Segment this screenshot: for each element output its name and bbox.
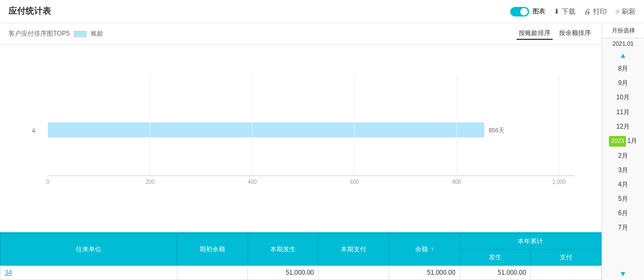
chart-toggle-label: 图表 (533, 7, 545, 16)
month-item[interactable]: 5月 (602, 192, 644, 206)
month-label: 6月 (618, 209, 628, 217)
laiwai-link[interactable]: 34 (5, 269, 12, 276)
y-axis-label: 34 (32, 128, 35, 134)
th-laiwai: 往来单位 (1, 234, 177, 266)
cell-benqi-fasheng: 51,000.00 (248, 266, 319, 280)
refresh-button[interactable]: ○ 刷新 (615, 7, 636, 16)
chart-sort-buttons: 按账龄排序 按余额排序 (517, 28, 593, 40)
yue-sort-icon[interactable]: ↑ (431, 245, 434, 253)
legend-title: 客户应付排序图TOP5 (8, 29, 70, 38)
month-item[interactable]: 8月 (602, 62, 644, 76)
right-sidebar: 月份选择 2021.01 ▲ 8月9月10月11月12月20231月2月3月4月… (602, 23, 644, 280)
year-badge: 2023 (609, 136, 626, 147)
month-item[interactable]: 9月 (602, 76, 644, 90)
table-container: 往来单位 期初余额 本期发生 本期支付 余额 ↑ 本年累计 (0, 233, 602, 280)
chart-svg: 34 856天 0 200 400 600 800 1,000 (32, 50, 591, 216)
table-body: 34 51,000.00 51,000.00 51,000.00 (1, 266, 602, 280)
chart-section: 客户应付排序图TOP5 账龄 按账龄排序 按余额排序 34 856天 (0, 23, 602, 280)
month-item[interactable]: 7月 (602, 220, 644, 235)
th-qichu: 期初余额 (177, 234, 247, 266)
sort-by-balance-button[interactable]: 按余额排序 (557, 28, 593, 40)
month-label: 9月 (618, 79, 628, 87)
legend-box (74, 31, 87, 37)
sort-by-amount-button[interactable]: 按账龄排序 (517, 28, 553, 40)
month-label: 12月 (616, 123, 630, 130)
svg-text:1,000: 1,000 (552, 179, 565, 185)
svg-text:800: 800 (452, 179, 461, 185)
chart-bar (48, 122, 484, 137)
table-header-row-1: 往来单位 期初余额 本期发生 本期支付 余额 ↑ 本年累计 (1, 234, 602, 250)
svg-text:400: 400 (248, 179, 257, 185)
chart-toggle-wrap: 图表 (510, 7, 545, 16)
main-content: 客户应付排序图TOP5 账龄 按账龄排序 按余额排序 34 856天 (0, 23, 644, 280)
print-icon: 🖨 (584, 7, 591, 15)
cell-bennian-zhifu (530, 266, 601, 280)
month-label: 7月 (618, 224, 628, 231)
chart-topbar: 客户应付排序图TOP5 账龄 按账龄排序 按余额排序 (0, 23, 602, 45)
header-actions: 图表 ⬇ 下载 🖨 打印 ○ 刷新 (510, 7, 636, 16)
bar-end-label: 856天 (488, 127, 504, 133)
chart-area: 34 856天 0 200 400 600 800 1,000 (0, 45, 602, 232)
month-label: 2月 (618, 152, 628, 159)
th-yue: 余额 ↑ (389, 234, 460, 266)
month-label: 4月 (618, 181, 628, 188)
cell-bennian-fasheng: 51,000.00 (460, 266, 530, 280)
th-bennian: 本年累计 (460, 234, 601, 250)
sidebar-title: 月份选择 (602, 23, 644, 38)
month-item[interactable]: 11月 (602, 105, 644, 120)
table-section: 往来单位 期初余额 本期发生 本期支付 余额 ↑ 本年累计 (0, 232, 602, 280)
chart-toggle[interactable] (510, 7, 529, 16)
month-list: 8月9月10月11月12月20231月2月3月4月5月6月7月 (602, 62, 644, 267)
chart-legend: 客户应付排序图TOP5 账龄 (8, 29, 104, 38)
svg-text:200: 200 (145, 179, 154, 185)
page-container: 应付统计表 图表 ⬇ 下载 🖨 打印 ○ 刷新 (0, 0, 644, 280)
month-item[interactable]: 6月 (602, 206, 644, 220)
cell-benqi-zhifu (319, 266, 389, 280)
month-item[interactable]: 10月 (602, 90, 644, 105)
th-benqi-fasheng: 本期发生 (248, 234, 319, 266)
month-label: 11月 (616, 108, 630, 116)
svg-text:600: 600 (350, 179, 359, 185)
print-button[interactable]: 🖨 打印 (584, 7, 607, 16)
download-icon: ⬇ (554, 7, 560, 15)
refresh-icon: ○ (615, 7, 620, 15)
table-row: 34 51,000.00 51,000.00 51,000.00 (1, 266, 602, 280)
month-item[interactable]: 2月 (602, 149, 644, 163)
sidebar-scroll-down-button[interactable]: ▼ (602, 267, 644, 280)
month-label: 5月 (618, 195, 628, 202)
sidebar-current-display: 2021.01 (602, 38, 644, 49)
svg-text:0: 0 (46, 179, 49, 185)
month-item[interactable]: 20231月 (602, 134, 644, 149)
cell-qichu (177, 266, 247, 280)
summary-table: 往来单位 期初余额 本期发生 本期支付 余额 ↑ 本年累计 (0, 233, 602, 280)
month-label: 10月 (616, 94, 630, 101)
sidebar-scroll-up-button[interactable]: ▲ (602, 49, 644, 62)
header: 应付统计表 图表 ⬇ 下载 🖨 打印 ○ 刷新 (0, 0, 644, 23)
month-item[interactable]: 4月 (602, 177, 644, 192)
download-button[interactable]: ⬇ 下载 (554, 7, 576, 16)
th-bennian-fasheng: 发生 (460, 250, 530, 266)
month-label: 8月 (618, 65, 628, 72)
month-label: 3月 (618, 166, 628, 174)
th-benqi-zhifu: 本期支付 (319, 234, 389, 266)
month-label: 1月 (627, 136, 637, 146)
legend-label: 账龄 (91, 29, 104, 38)
page-title: 应付统计表 (8, 6, 51, 17)
cell-yue: 51,000.00 (389, 266, 460, 280)
cell-laiwai: 34 (1, 266, 177, 280)
month-item[interactable]: 3月 (602, 163, 644, 177)
th-bennian-zhifu: 支付 (530, 250, 601, 266)
month-item[interactable]: 12月 (602, 120, 644, 134)
